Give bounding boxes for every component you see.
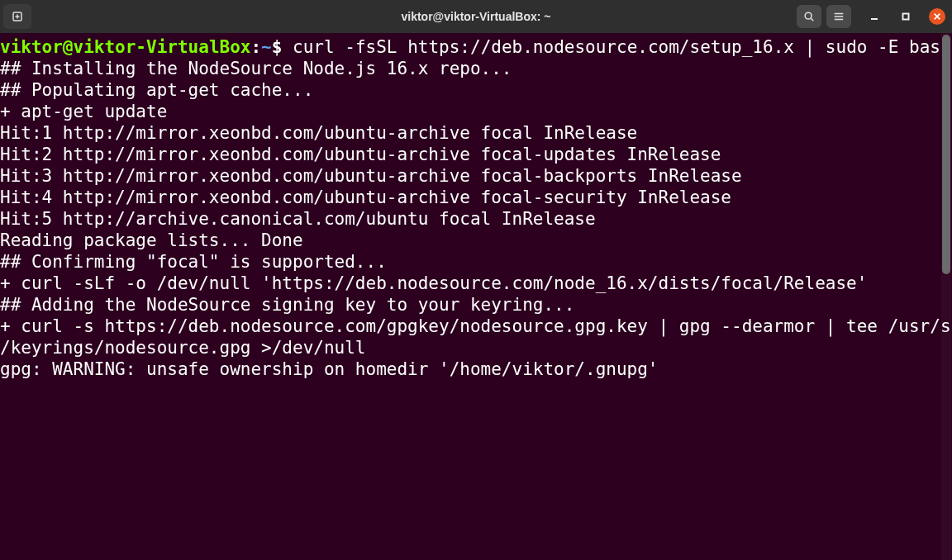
output-line: ## Adding the NodeSource signing key to …: [0, 294, 949, 316]
terminal-content: viktor@viktor-VirtualBox:~$ curl -fsSL h…: [0, 33, 952, 383]
output-line: ## Confirming "focal" is supported...: [0, 251, 949, 273]
output-line: gpg: WARNING: unsafe ownership on homedi…: [0, 358, 949, 380]
terminal-body[interactable]: viktor@viktor-VirtualBox:~$ curl -fsSL h…: [0, 33, 952, 560]
svg-rect-9: [903, 14, 909, 20]
scrollbar-thumb[interactable]: [942, 35, 950, 274]
output-line: Hit:2 http://mirror.xeonbd.com/ubuntu-ar…: [0, 144, 949, 165]
search-icon: [803, 11, 815, 22]
output-line: Hit:5 http://archive.canonical.com/ubunt…: [0, 208, 949, 230]
hamburger-icon: [833, 11, 845, 22]
close-button[interactable]: [929, 8, 945, 25]
output-line: + curl -sLf -o /dev/null 'https://deb.no…: [0, 273, 949, 294]
output-line: ## Populating apt-get cache...: [0, 79, 949, 101]
output-line: + curl -s https://deb.nodesource.com/gpg…: [0, 316, 949, 337]
svg-line-4: [811, 18, 813, 21]
maximize-icon: [901, 12, 911, 21]
output-line: /keyrings/nodesource.gpg >/dev/null: [0, 337, 949, 358]
minimize-icon: [869, 12, 879, 21]
prompt-colon: :: [250, 37, 261, 57]
maximize-button[interactable]: [897, 8, 914, 25]
command-text: curl -fsSL https://deb.nodesource.com/se…: [282, 37, 952, 57]
titlebar-right: [797, 0, 952, 33]
titlebar-left: [0, 0, 35, 33]
search-button[interactable]: [797, 5, 821, 28]
menu-button[interactable]: [826, 5, 851, 28]
prompt-path: ~: [261, 37, 272, 57]
output-line: Reading package lists... Done: [0, 230, 949, 251]
output-line: ## Installing the NodeSource Node.js 16.…: [0, 58, 949, 79]
prompt-at: @: [63, 37, 74, 57]
minimize-button[interactable]: [866, 8, 883, 25]
prompt-host: viktor-VirtualBox: [74, 37, 251, 57]
terminal-window: viktor@viktor-VirtualBox: ~: [0, 0, 952, 560]
output-line: + apt-get update: [0, 101, 949, 122]
titlebar: viktor@viktor-VirtualBox: ~: [0, 0, 952, 33]
scrollbar[interactable]: [941, 33, 951, 560]
output-line: Hit:4 http://mirror.xeonbd.com/ubuntu-ar…: [0, 187, 949, 208]
prompt-user: viktor: [0, 37, 63, 57]
new-tab-icon: [11, 10, 24, 23]
svg-point-3: [805, 12, 812, 19]
close-icon: [933, 12, 941, 21]
prompt-line: viktor@viktor-VirtualBox:~$ curl -fsSL h…: [0, 36, 949, 58]
new-tab-button[interactable]: [3, 4, 31, 29]
prompt-symbol: $: [272, 37, 283, 57]
output-line: Hit:1 http://mirror.xeonbd.com/ubuntu-ar…: [0, 122, 949, 144]
output-line: Hit:3 http://mirror.xeonbd.com/ubuntu-ar…: [0, 165, 949, 187]
